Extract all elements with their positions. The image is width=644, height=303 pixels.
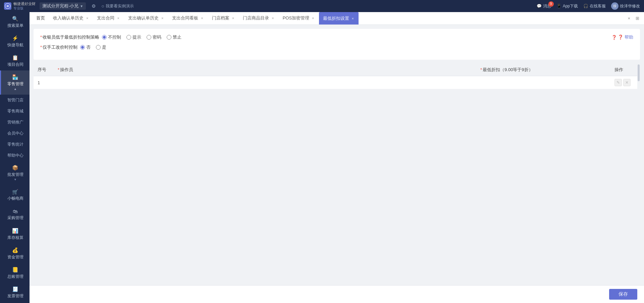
sidebar-item-fund-mgmt[interactable]: 💰 资金管理: [0, 244, 30, 263]
tab-payment-board[interactable]: 支出合同看板 ×: [168, 12, 208, 25]
app-download-button[interactable]: 📱 App下载: [556, 3, 578, 9]
table-scrollbar[interactable]: [637, 64, 640, 89]
tab-close-pos-password[interactable]: ×: [311, 16, 315, 20]
app-logo: 畅捷通好业财 专业版: [4, 2, 36, 10]
sidebar-item-marketing[interactable]: 营销推广: [0, 117, 30, 128]
main-layout: 🔍 搜索菜单 ⚡ 快捷导航 📋 项目合同 🏪 零售管理 ▲ 智营门店 零售商城 …: [0, 12, 644, 303]
app-edition: 畅捷通好业财 专业版: [13, 2, 36, 10]
strategy-radio-remind[interactable]: [126, 35, 131, 40]
sidebar-item-retail-stats[interactable]: 零售统计: [0, 139, 30, 150]
customer-service-button[interactable]: 🎧 在线客服: [583, 3, 606, 9]
demo-icon: ○: [101, 3, 104, 9]
tab-label: 首页: [36, 15, 45, 21]
strategy-option-password-label: 密码: [153, 34, 161, 40]
tab-store-catalog[interactable]: 门店商品目录 ×: [239, 12, 278, 25]
sidebar-item-label: 快捷导航: [7, 43, 23, 48]
tab-pos-password[interactable]: POS加密管理 ×: [279, 12, 319, 25]
sidebar-sub-item-label: 帮助中心: [7, 153, 23, 158]
sidebar: 🔍 搜索菜单 ⚡ 快捷导航 📋 项目合同 🏪 零售管理 ▲ 智营门店 零售商城 …: [0, 12, 30, 303]
search-icon: 🔍: [12, 15, 18, 22]
strategy-radio-forbid[interactable]: [167, 35, 171, 40]
sidebar-item-account-mgmt[interactable]: 📒 总账管理: [0, 263, 30, 283]
tab-close-payment-board[interactable]: ×: [200, 16, 204, 20]
tab-label: 支出合同看板: [172, 15, 198, 21]
tab-menu-button[interactable]: ⊞: [634, 15, 641, 21]
manual-control-option-no-label: 否: [86, 44, 91, 50]
message-button[interactable]: 💬 消息 9: [537, 3, 551, 9]
manual-control-radio-no[interactable]: [80, 45, 85, 50]
cell-discount: [476, 76, 610, 89]
tab-close-all-icon: ×: [628, 16, 630, 21]
save-button[interactable]: 保存: [609, 289, 637, 300]
strategy-radio-password[interactable]: [147, 35, 151, 40]
tab-min-discount[interactable]: 最低折扣设置 ×: [319, 12, 359, 25]
manual-control-option-no[interactable]: 否: [80, 44, 91, 50]
manual-control-radio-yes[interactable]: [96, 45, 101, 50]
sidebar-item-inventory[interactable]: 📊 库存核算: [0, 224, 30, 244]
sidebar-item-batch-mgmt[interactable]: 📦 批发管理 ▼: [0, 161, 30, 185]
tab-income-confirm[interactable]: 收入确认单历史 ×: [49, 12, 93, 25]
strategy-option-password[interactable]: 密码: [147, 34, 161, 40]
inventory-icon: 📊: [12, 228, 18, 234]
sidebar-item-quick-nav[interactable]: ⚡ 快捷导航: [0, 32, 30, 51]
sidebar-item-label: 小畅电商: [7, 196, 23, 201]
page-content: *收银员低于最低折扣控制策略 不控制 提示 密码: [30, 25, 644, 285]
help-label: ❓ 帮助: [618, 34, 633, 40]
batch-mgmt-arrow: ▼: [14, 178, 17, 182]
required-mark: *: [40, 35, 42, 40]
strategy-option-no-control[interactable]: 不控制: [102, 34, 121, 40]
manual-control-option-yes[interactable]: 是: [96, 44, 106, 50]
strategy-option-forbid[interactable]: 禁止: [167, 34, 181, 40]
sidebar-item-label: 搜索菜单: [7, 23, 23, 29]
strategy-radio-no-control[interactable]: [102, 35, 107, 40]
tab-close-payment-confirm[interactable]: ×: [161, 16, 164, 20]
col-action-header: 操作: [610, 64, 637, 76]
message-icon: 💬: [537, 4, 542, 8]
user-menu[interactable]: 徐 徐泽华修改: [611, 2, 640, 10]
tab-store-file[interactable]: 门店档案 ×: [208, 12, 239, 25]
tab-label: 收入确认单历史: [53, 15, 84, 21]
sidebar-item-ecommerce[interactable]: 🛒 小畅电商: [0, 185, 30, 205]
manual-control-option-yes-label: 是: [102, 44, 106, 50]
sidebar-item-smart-store[interactable]: 智营门店: [0, 95, 30, 106]
manual-control-label: *仅手工改价时控制: [40, 44, 77, 50]
tab-close-store-file[interactable]: ×: [231, 16, 235, 20]
top-bar: 畅捷通好业财 专业版 测试分开完程-小兄 ▼ ⚙ ○ 我要看实例演示 💬 消息 …: [0, 0, 644, 12]
sidebar-sub-item-label: 智营门店: [7, 97, 23, 103]
tab-payment-contract[interactable]: 支出合同 ×: [93, 12, 124, 25]
manual-control-radio-group: 否 是: [80, 44, 106, 50]
tab-payment-confirm[interactable]: 支出确认单历史 ×: [124, 12, 168, 25]
tab-menu-icon: ⊞: [636, 16, 639, 21]
tab-close-min-discount[interactable]: ×: [351, 16, 355, 21]
sidebar-item-search[interactable]: 🔍 搜索菜单: [0, 12, 30, 32]
table-wrapper: 序号 *操作员 *最低折扣（9.00等于9折） 操作: [34, 64, 640, 89]
topbar-settings-button[interactable]: ⚙: [90, 2, 97, 10]
project-contract-icon: 📋: [12, 54, 18, 61]
sidebar-item-retail-mgmt[interactable]: 🏪 零售管理 ▲: [0, 70, 30, 95]
help-link[interactable]: ❓ ❓ 帮助: [611, 34, 633, 40]
sidebar-item-invoice-mgmt[interactable]: 🧾 发票管理: [0, 283, 30, 302]
message-badge: 9: [548, 1, 554, 7]
sidebar-item-member-center[interactable]: 会员中心: [0, 128, 30, 139]
col-operator-header: *操作员: [54, 64, 476, 76]
ecommerce-icon: 🛒: [12, 189, 18, 195]
demo-link[interactable]: ○ 我要看实例演示: [101, 3, 133, 9]
col-discount-header: *最低折扣（9.00等于9折）: [476, 64, 610, 76]
action-edit-button[interactable]: ✎: [614, 79, 622, 86]
project-selector[interactable]: 测试分开完程-小兄 ▼: [40, 2, 86, 10]
tab-close-income-confirm[interactable]: ×: [86, 16, 89, 20]
sidebar-item-purchase-mgmt[interactable]: 🛍 采购管理: [0, 205, 30, 224]
action-delete-button[interactable]: ✕: [623, 79, 631, 86]
tab-close-payment-contract[interactable]: ×: [116, 16, 120, 20]
tab-close-store-catalog[interactable]: ×: [271, 16, 274, 20]
strategy-option-remind[interactable]: 提示: [126, 34, 141, 40]
delete-icon: ✕: [625, 80, 629, 85]
sidebar-item-help-center[interactable]: 帮助中心: [0, 150, 30, 161]
tab-home[interactable]: 首页: [32, 12, 49, 25]
sidebar-item-project-contract[interactable]: 📋 项目合同: [0, 51, 30, 70]
sidebar-sub-item-label: 会员中心: [7, 131, 23, 136]
tab-label: 最低折扣设置: [323, 15, 349, 21]
tab-close-all-button[interactable]: ×: [626, 15, 632, 21]
retail-mgmt-icon: 🏪: [12, 74, 18, 81]
sidebar-item-retail-mall[interactable]: 零售商城: [0, 106, 30, 117]
